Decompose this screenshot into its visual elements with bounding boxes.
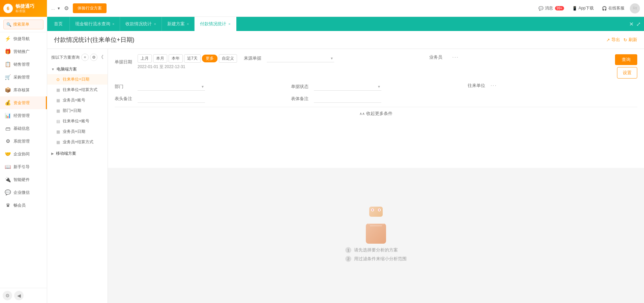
dept-select-wrap [138,83,205,91]
scheme-item-dept-date[interactable]: ▦ 部门+日期 [47,105,108,116]
enterprise-icon: 🤝 [5,151,11,157]
scheme-table-icon-2: ▦ [55,98,61,103]
tab-close-all-button[interactable]: ✕ [629,21,634,27]
purchase-icon: 🛒 [5,74,11,80]
scheme-item-partner-account[interactable]: ▤ 往来单位+账号 [47,116,108,126]
sidebar-item-capital[interactable]: 💰 资金管理 [0,96,47,109]
partner-picker[interactable]: ··· [491,83,497,89]
doc-status-select[interactable] [314,83,381,91]
scheme-table-icon-4: ▦ [55,129,61,134]
scheme-add-button[interactable]: + [81,54,89,61]
topbar-dropdown-button[interactable]: ▾ [58,6,60,11]
tab-receipt[interactable]: 收款情况统计 × [120,17,162,31]
salesman-label: 业务员 [429,54,449,60]
tab-payment[interactable]: 付款情况统计 × [195,17,236,31]
sidebar-item-sales[interactable]: 📋 销售管理 [0,58,47,71]
date-range-text: 2022-01-01 至 2022-12-31 [138,64,237,70]
scheme-table-icon-3: ▦ [55,109,61,113]
date-this-year-btn[interactable]: 本年 [169,54,183,63]
refresh-button[interactable]: ↻ 刷新 [623,37,637,43]
sidebar-item-member[interactable]: ♛ 畅会员 [0,199,47,212]
sidebar-logo: 6 畅捷通巧 标准版 [0,0,47,17]
scheme-item-salesman-account[interactable]: ▦ 业务员+账号 [47,95,108,105]
scheme-group-mobile-title[interactable]: ▶ 移动端方案 [47,149,108,158]
filter-settings-button[interactable]: 设置 [617,67,637,79]
logo-text: 畅捷通巧 标准版 [16,3,34,14]
tab-home[interactable]: 首页 [47,17,70,31]
sidebar-item-inventory[interactable]: 📦 库存核算 [0,84,47,96]
tab-new-scheme[interactable]: 新建方案 × [162,17,195,31]
salesman-picker[interactable]: ··· [452,54,459,60]
scheme-bar-icon: ▤ [55,119,61,124]
body-note-input[interactable] [314,95,381,103]
filter-actions: 查询 设置 [615,54,637,79]
message-action[interactable]: 💬 消息 99+ [536,5,567,11]
sidebar-item-hardware[interactable]: 🔌 智能硬件 [0,173,47,186]
app-download-action[interactable]: 📱 App下载 [569,5,596,11]
tab-payment-close[interactable]: × [228,22,230,26]
page-title: 付款情况统计(往来单位+日期) [54,36,135,44]
tab-new-scheme-close[interactable]: × [187,22,189,26]
empty-hint-1: 1 请先选择要分析的方案 [345,247,407,253]
date-last-month-btn[interactable]: 上月 [138,54,152,63]
sidebar-item-quick-nav[interactable]: ⚡ 快捷导航 [0,32,47,45]
search-icon: 🔍 [6,22,11,27]
scheme-settings-button[interactable]: ⚙ [90,54,97,61]
filter-group-doc-status: 单据状态 [291,83,461,91]
sidebar-item-operation[interactable]: 📊 经营管理 [0,109,47,122]
sidebar-item-basic[interactable]: 🗃 基础信息 [0,122,47,135]
tab-bank[interactable]: 现金银行流水查询 × [70,17,120,31]
sidebar-item-marketing[interactable]: 🎁 营销推广 [0,45,47,58]
query-button[interactable]: 查询 [615,54,637,65]
sidebar: 6 畅捷通巧 标准版 🔍 搜索菜单 ⚡ 快捷导航 🎁 营销推广 📋 销售管理 🛒… [0,0,47,303]
filter-group-body-note: 表体备注 [291,95,461,103]
dept-select[interactable] [138,83,205,91]
scheme-item-partner-payment[interactable]: ▦ 往来单位+结算方式 [47,85,108,95]
tab-bank-close[interactable]: × [112,22,114,26]
topbar-gear-icon[interactable]: ⚙ [63,4,70,13]
operation-icon: 📊 [5,113,11,119]
sidebar-item-guide[interactable]: 📖 新手引导 [0,160,47,173]
scheme-item-salesman-payment[interactable]: ▦ 业务员+结算方式 [47,137,108,147]
inventory-icon: 📦 [5,87,11,93]
tab-receipt-close[interactable]: × [154,22,156,26]
wechat-icon: 💬 [5,189,11,195]
sidebar-item-enterprise[interactable]: 🤝 企业协同 [0,148,47,160]
right-panel: 单据日期 上月 本月 本年 近7天 更多 自定义 20 [108,49,644,303]
date-7days-btn[interactable]: 近7天 [184,54,201,63]
topbar-brand-text: ... [51,6,55,11]
user-avatar[interactable]: Rit [630,3,640,13]
scheme-item-partner-date[interactable]: ⊙ 往来单位+日期 [47,74,108,85]
sidebar-item-system[interactable]: ⚙ 系统管理 [0,135,47,148]
scheme-item-salesman-date[interactable]: ▦ 业务员+日期 [47,126,108,137]
scheme-group-mobile-arrow: ▶ [51,152,54,155]
trial-scheme-button[interactable]: 体验行业方案 [73,3,107,13]
scheme-collapse-button[interactable]: 《 [99,54,104,61]
tab-maximize-button[interactable]: ⤢ [636,21,641,27]
date-custom-btn[interactable]: 自定义 [219,54,237,63]
topbar: ... ▾ ⚙ 体验行业方案 💬 消息 99+ 📱 App下载 🎧 在线客服 R… [47,0,644,17]
tabbar-controls: ✕ ⤢ [626,21,644,27]
service-icon: 🎧 [602,6,607,11]
sidebar-item-wechat[interactable]: 💬 企业微信 [0,186,47,199]
sidebar-collapse-button[interactable]: ◀ [14,291,24,300]
search-menu-button[interactable]: 🔍 搜索菜单 [3,20,43,29]
filter-group-head-note: 表头备注 [115,95,284,103]
date-this-month-btn[interactable]: 本月 [153,54,167,63]
page-header: 付款情况统计(往来单位+日期) ↗ 导出 ↻ 刷新 [47,31,644,49]
source-select[interactable] [267,54,334,62]
hardware-icon: 🔌 [5,177,11,183]
doc-status-label: 单据状态 [291,84,311,90]
date-more-btn[interactable]: 更多 [202,55,217,62]
scheme-active-icon: ⊙ [55,77,61,82]
export-button[interactable]: ↗ 导出 [606,37,620,43]
sidebar-settings-button[interactable]: ⚙ [3,291,12,300]
sidebar-item-purchase[interactable]: 🛒 采购管理 [0,71,47,84]
online-service-action[interactable]: 🎧 在线客服 [599,5,627,11]
scheme-group-desktop-title[interactable]: ▼ 电脑端方案 [47,64,108,74]
filter-group-date: 单据日期 上月 本月 本年 近7天 更多 自定义 20 [115,54,237,70]
collapse-more-bar[interactable]: ∧∧ 收起更多条件 [115,107,637,120]
collapse-up-icon: ∧∧ [359,112,365,116]
head-note-input[interactable] [138,95,205,103]
filter-date-options: 上月 本月 本年 近7天 更多 自定义 [138,54,237,63]
